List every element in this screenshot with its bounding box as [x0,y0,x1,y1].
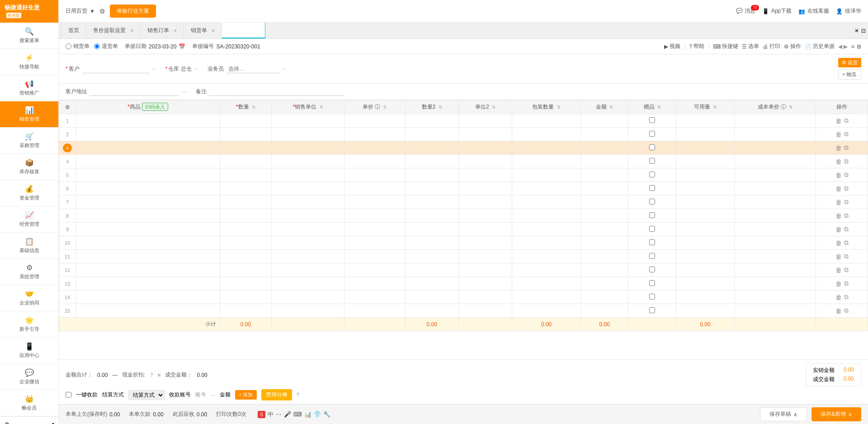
copy-icon[interactable]: ⧉ [844,307,849,314]
unit2-cell[interactable] [459,168,512,182]
sidebar-item-sales[interactable]: 📊 销售管理 [0,101,58,128]
amount-cell[interactable] [580,209,628,223]
help-tool[interactable]: ? 帮助 [689,43,704,50]
price-cell[interactable] [344,250,405,263]
qty-cell[interactable] [220,223,272,236]
unit2-cell[interactable] [459,263,512,277]
delete-icon[interactable]: 🗑 [835,280,842,287]
sidebar-item-marketing[interactable]: 📢 营销推广 [0,75,58,101]
copy-icon[interactable]: ⧉ [844,144,849,152]
avail-cell[interactable] [676,223,735,236]
amount-cell[interactable] [580,277,628,291]
price-cell[interactable] [344,141,405,155]
qty2-cell[interactable] [405,114,458,128]
logistics-btn[interactable]: + 物流 [838,69,861,80]
gift-cell[interactable] [628,209,676,223]
sort-qty2-icon[interactable]: ⇅ [439,105,442,110]
price-cell[interactable] [344,236,405,250]
cost-cell[interactable] [734,236,816,250]
copy-icon[interactable]: ⧉ [844,225,849,233]
copy-icon[interactable]: ⧉ [844,280,849,287]
gift-checkbox[interactable] [649,280,655,286]
avail-cell[interactable] [676,168,735,182]
qty-cell[interactable] [220,114,272,128]
qty-cell[interactable] [220,195,272,209]
pack-cell[interactable] [512,155,580,168]
pack-cell[interactable] [512,168,580,182]
delete-icon[interactable]: 🗑 [835,172,842,179]
unit2-cell[interactable] [459,291,512,304]
expense-split-btn[interactable]: 费用分摊 [261,389,292,400]
gift-cell[interactable] [628,263,676,277]
unit2-cell[interactable] [459,155,512,168]
sidebar-item-member[interactable]: 👑 畅会员 [0,390,58,416]
delete-icon[interactable]: 🗑 [835,117,842,124]
calendar-icon[interactable]: 📅 [179,43,185,50]
tool-icon-6[interactable]: 👕 [314,411,321,418]
gift-cell[interactable] [628,141,676,155]
topbar-gear-icon[interactable]: ⚙ [99,8,105,15]
account-dots[interactable]: ··· [211,392,215,398]
copy-icon[interactable]: ⧉ [844,212,849,219]
list-view-icon[interactable]: ≡ [851,43,854,50]
select-tool[interactable]: ☰ 选单 [742,43,759,50]
sort-pack-icon[interactable]: ⇅ [557,105,561,110]
unit-cell[interactable] [272,141,344,155]
price-cell[interactable] [344,114,405,128]
amount-cell[interactable] [580,291,628,304]
grid-view-icon[interactable]: ⊞ [857,43,861,50]
radio-sale-input[interactable] [66,43,71,49]
unit-cell[interactable] [272,168,344,182]
tool-icon-2[interactable]: ⋯ [276,411,282,418]
gift-cell[interactable] [628,128,676,141]
pack-cell[interactable] [512,114,580,128]
gift-checkbox[interactable] [649,185,655,191]
amount-cell[interactable] [580,236,628,250]
address-dots[interactable]: ··· [182,89,187,95]
sidebar-item-enterprise[interactable]: 🤝 企业协同 [0,285,58,311]
delete-icon[interactable]: 🗑 [835,131,842,138]
print-tool[interactable]: 🖨 打印 [763,43,780,50]
product-cell[interactable] [76,236,220,250]
qty-cell[interactable] [220,141,272,155]
unit2-cell[interactable] [459,209,512,223]
copy-icon[interactable]: ⧉ [844,171,849,179]
unit2-cell[interactable] [459,304,512,318]
tab-sales-order[interactable]: 销售订单 × [141,23,184,38]
save-draft-btn[interactable]: 保存草稿 ∧ [760,407,807,421]
cost-cell[interactable] [734,195,816,209]
unit-cell[interactable] [272,155,344,168]
product-cell[interactable] [76,155,220,168]
unit-cell[interactable] [272,114,344,128]
doc-no-value[interactable]: SA-20230320-001 [216,43,260,50]
delete-icon[interactable]: 🗑 [835,185,842,192]
unit-cell[interactable] [272,182,344,195]
salesperson-input[interactable] [226,65,280,73]
unit2-cell[interactable] [459,236,512,250]
price-cell[interactable] [344,304,405,318]
price-cell[interactable] [344,168,405,182]
avail-cell[interactable] [676,141,735,155]
product-cell[interactable] [76,223,220,236]
customer-input[interactable] [82,65,150,73]
unit-cell[interactable] [272,291,344,304]
pack-cell[interactable] [512,182,580,195]
product-input[interactable] [80,145,216,151]
amount-cell[interactable] [580,141,628,155]
sidebar-item-search[interactable]: 🔍 搜索菜单 [0,23,58,49]
pack-cell[interactable] [512,223,580,236]
date-value[interactable]: 2023-03-20 [149,43,176,50]
cost-cell[interactable] [734,209,816,223]
price-cell[interactable] [344,263,405,277]
amount-cell[interactable] [580,168,628,182]
cost-cell[interactable] [734,291,816,304]
gift-cell[interactable] [628,223,676,236]
qty-cell[interactable] [220,263,272,277]
amount-cell[interactable] [580,223,628,236]
tab-close-icon[interactable]: × [130,28,133,34]
unit2-cell[interactable] [459,128,512,141]
qty2-cell[interactable] [405,223,458,236]
amount-cell[interactable] [580,114,628,128]
gift-checkbox[interactable] [649,294,655,300]
qty2-cell[interactable] [405,182,458,195]
